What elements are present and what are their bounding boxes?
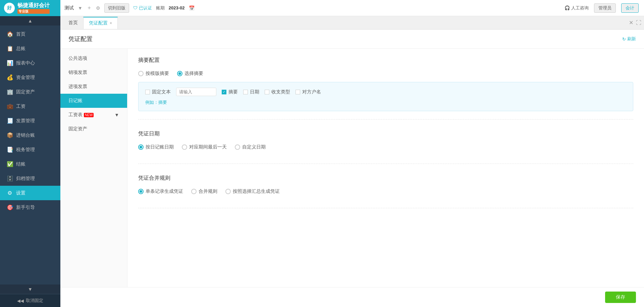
sidebar-item-label: 工资 <box>16 103 25 109</box>
left-nav-fixed-assets[interactable]: 固定资产 <box>60 122 127 136</box>
tax-icon: 📑 <box>7 146 13 153</box>
summary-checkbox[interactable]: ✓ <box>222 90 226 94</box>
sidebar-item-fund-management[interactable]: 💰 资金管理 <box>0 70 60 85</box>
sidebar-scroll-up[interactable]: ▲ <box>0 16 60 26</box>
period-last-radio[interactable] <box>182 144 187 150</box>
left-nav-sales-invoice[interactable]: 销项发票 <box>60 65 127 80</box>
sidebar-item-archive-management[interactable]: 🗄️ 归档管理 <box>0 171 60 186</box>
template-radio-circle[interactable] <box>138 71 144 76</box>
journal-date-radio[interactable] <box>138 144 144 150</box>
sidebar-item-fixed-assets[interactable]: 🏢 固定资产 <box>0 85 60 99</box>
summary-config-row: 固定文本 ✓ 摘要 日期 <box>145 88 626 96</box>
tab-home[interactable]: 首页 <box>63 17 83 29</box>
income-expense-checkbox[interactable] <box>265 90 269 94</box>
sidebar-item-invoice-management[interactable]: 🧾 发票管理 <box>0 114 60 128</box>
logo-text: 畅捷通好会计 专业版 <box>17 2 50 13</box>
left-nav-salary-table[interactable]: 工资表NEW ▼ <box>60 108 127 122</box>
sidebar-item-label: 归档管理 <box>16 176 35 182</box>
tab-bar-actions: ✕ ⛶ <box>629 19 641 26</box>
accountant-button[interactable]: 会计 <box>621 3 639 13</box>
sidebar-item-settings[interactable]: ⚙ 设置 <box>0 186 60 200</box>
merge-option-select-summary[interactable]: 按照选择汇总生成凭证 <box>225 188 280 194</box>
calendar-icon[interactable]: 📅 <box>189 5 195 11</box>
report-icon: 📊 <box>7 60 13 66</box>
template-radio-label: 按模版摘要 <box>146 71 169 77</box>
customer-service-button[interactable]: 🎧 人工咨询 <box>565 5 589 11</box>
sidebar-item-label: 固定资产 <box>16 89 35 95</box>
admin-button[interactable]: 管理员 <box>594 3 616 13</box>
sidebar-item-label: 首页 <box>16 31 25 37</box>
window-close-icon[interactable]: ✕ <box>629 19 633 26</box>
switch-old-button[interactable]: 切到旧版 <box>104 3 129 13</box>
sidebar-scroll-down[interactable]: ▼ <box>0 284 60 294</box>
period-label: 账期 <box>156 5 165 11</box>
sidebar-items: 🏠 首页 📋 总账 📊 报表中心 💰 资金管理 🏢 固定资产 💼 工资 <box>0 26 60 284</box>
customer-service-label: 人工咨询 <box>571 5 589 11</box>
guide-icon: 🎯 <box>7 204 13 211</box>
income-expense-checkbox-item[interactable]: 收支类型 <box>265 89 290 95</box>
sidebar-item-label: 税务管理 <box>16 147 35 153</box>
sidebar-item-beginner-guide[interactable]: 🎯 新手引导 <box>0 200 60 215</box>
left-nav-purchase-invoice[interactable]: 进项发票 <box>60 80 127 94</box>
tab-close-icon[interactable]: × <box>110 21 112 26</box>
logo-area: 好 畅捷通好会计 专业版 <box>0 0 60 16</box>
save-bar: 保存 <box>60 287 644 307</box>
date-checkbox[interactable] <box>243 90 248 94</box>
fixed-text-checkbox[interactable] <box>145 90 150 94</box>
fixed-assets-icon: 🏢 <box>7 89 13 95</box>
sidebar-item-label: 报表中心 <box>16 60 35 66</box>
home-icon: 🏠 <box>7 31 13 37</box>
date-option-period-last[interactable]: 对应期间最后一天 <box>182 144 227 150</box>
counterparty-checkbox[interactable] <box>296 90 300 94</box>
single-radio[interactable] <box>138 189 144 194</box>
date-option-custom[interactable]: 自定义日期 <box>235 144 266 150</box>
salary-icon: 💼 <box>7 103 13 109</box>
save-button[interactable]: 保存 <box>605 292 636 303</box>
date-checkbox-label: 日期 <box>250 89 259 95</box>
headset-icon: 🎧 <box>565 5 570 10</box>
summary-checkbox-label: 摘要 <box>228 89 238 95</box>
custom-date-radio[interactable] <box>235 144 240 150</box>
date-radio-group: 按日记账日期 对应期间最后一天 自定义日期 <box>138 144 633 150</box>
fixed-text-label: 固定文本 <box>152 89 171 95</box>
fixed-text-input[interactable] <box>176 88 216 96</box>
invoice-icon: 🧾 <box>7 118 13 124</box>
summary-checkbox-item[interactable]: ✓ 摘要 <box>222 89 238 95</box>
period-last-label: 对应期间最后一天 <box>189 144 227 150</box>
date-option-journal[interactable]: 按日记账日期 <box>138 144 174 150</box>
sidebar-item-label: 结账 <box>16 161 25 167</box>
sidebar-item-ledger[interactable]: 📋 总账 <box>0 41 60 56</box>
sidebar-item-purchase-sales[interactable]: 📦 进销台账 <box>0 128 60 142</box>
sidebar-item-tax-management[interactable]: 📑 税务管理 <box>0 142 60 157</box>
sidebar-item-report-center[interactable]: 📊 报表中心 <box>0 56 60 70</box>
sidebar-item-salary[interactable]: 💼 工资 <box>0 99 60 114</box>
left-nav-journal[interactable]: 日记账 <box>60 94 127 108</box>
merge-rules-label: 合并规则 <box>199 188 217 194</box>
fund-icon: 💰 <box>7 74 13 81</box>
merge-rules-radio[interactable] <box>191 189 197 194</box>
fixed-text-checkbox-item[interactable]: 固定文本 <box>145 89 171 95</box>
date-checkbox-item[interactable]: 日期 <box>243 89 259 95</box>
window-expand-icon[interactable]: ⛶ <box>636 20 641 26</box>
sidebar-item-label: 进销台账 <box>16 132 35 138</box>
sidebar-item-label: 资金管理 <box>16 75 35 81</box>
cancel-fixed-button[interactable]: ◀◀ 取消固定 <box>0 294 60 307</box>
page-header: 凭证配置 ↻ 刷新 <box>60 30 644 49</box>
select-summary-radio[interactable] <box>225 189 231 194</box>
sidebar-item-checkout[interactable]: ✅ 结账 <box>0 157 60 171</box>
settings-icon[interactable]: ⚙ <box>96 5 100 11</box>
sidebar-item-home[interactable]: 🏠 首页 <box>0 27 60 41</box>
right-content: 摘要配置 按模版摘要 选择摘要 <box>127 49 644 287</box>
counterparty-checkbox-item[interactable]: 对方户名 <box>296 89 321 95</box>
summary-option-select[interactable]: 选择摘要 <box>177 71 203 77</box>
refresh-button[interactable]: ↻ 刷新 <box>622 36 636 42</box>
summary-option-template[interactable]: 按模版摘要 <box>138 71 169 77</box>
select-radio-circle[interactable] <box>177 71 182 76</box>
project-name: 测试 <box>64 5 74 11</box>
left-nav-public[interactable]: 公共选项 <box>60 51 127 65</box>
add-icon[interactable]: ＋ <box>87 4 92 11</box>
dropdown-arrow-icon[interactable]: ▼ <box>78 5 83 11</box>
tab-voucher-config[interactable]: 凭证配置 × <box>83 17 118 29</box>
merge-option-single[interactable]: 单条记录生成凭证 <box>138 188 183 194</box>
merge-option-rules[interactable]: 合并规则 <box>191 188 217 194</box>
